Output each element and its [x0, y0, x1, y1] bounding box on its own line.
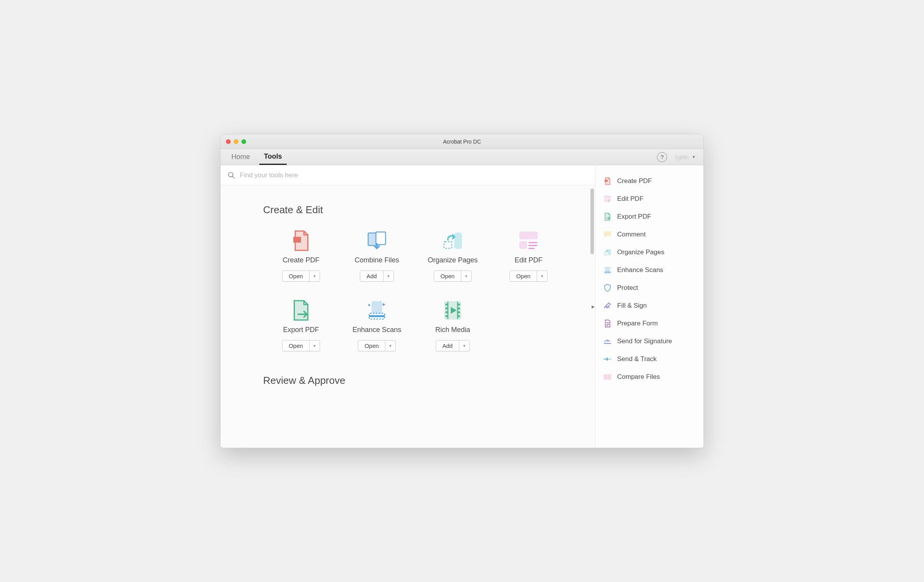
sidebar-item-label: Fill & Sign [617, 302, 647, 310]
window-title: Acrobat Pro DC [221, 139, 703, 145]
svg-rect-9 [520, 242, 527, 249]
tool-edit-pdf-button[interactable]: Open [510, 271, 537, 281]
svg-text:x: x [604, 339, 606, 343]
section-create-edit-title: Create & Edit [263, 204, 595, 216]
tab-tools[interactable]: Tools [259, 149, 287, 165]
svg-rect-26 [605, 180, 607, 182]
compare-icon [603, 373, 612, 381]
svg-rect-32 [608, 250, 611, 255]
sidebar-item-label: Comment [617, 231, 646, 238]
svg-rect-28 [604, 199, 607, 202]
tool-export-pdf-action: Open ▼ [282, 340, 320, 351]
help-button[interactable]: ? [657, 152, 667, 162]
tool-export-pdf-dropdown[interactable]: ▼ [310, 341, 320, 351]
tools-scroll[interactable]: Create & Edit Create PDF Open ▼ Combine … [221, 185, 595, 448]
tool-label: Export PDF [283, 326, 319, 334]
tool-rich-media-dropdown[interactable]: ▼ [459, 341, 469, 351]
tool-label: Edit PDF [515, 256, 542, 264]
tool-combine-files-action: Add ▼ [360, 270, 394, 282]
svg-line-1 [233, 176, 234, 178]
sidebar-item-export-pdf[interactable]: Export PDF [595, 208, 703, 226]
vertical-scrollbar[interactable] [589, 186, 595, 448]
tool-label: Enhance Scans [352, 326, 401, 334]
scrollbar-thumb[interactable] [590, 188, 594, 254]
main-panel: Create & Edit Create PDF Open ▼ Combine … [221, 165, 595, 448]
tool-organize-dropdown[interactable]: ▼ [461, 271, 471, 281]
user-menu-dropdown[interactable]: ▼ [690, 153, 697, 161]
tab-home[interactable]: Home [227, 149, 255, 165]
sidebar-item-label: Prepare Form [617, 320, 658, 327]
tool-export-pdf: Export PDF Open ▼ [263, 299, 339, 351]
prepare-form-icon [603, 319, 612, 328]
svg-rect-5 [376, 232, 386, 245]
svg-rect-33 [604, 253, 607, 255]
tool-enhance-dropdown[interactable]: ▼ [385, 341, 395, 351]
sidebar-item-label: Send & Track [617, 355, 657, 363]
tool-edit-pdf-action: Open ▼ [510, 270, 548, 282]
sidebar-item-label: Organize Pages [617, 248, 664, 256]
tool-create-pdf-action: Open ▼ [282, 270, 320, 282]
create-pdf-icon [603, 177, 612, 185]
tool-combine-files-dropdown[interactable]: ▼ [383, 271, 394, 281]
svg-rect-8 [520, 232, 537, 239]
sidebar-item-label: Enhance Scans [617, 266, 663, 274]
tool-organize-action: Open ▼ [434, 270, 472, 282]
tool-combine-files: Combine Files Add ▼ [339, 229, 415, 282]
svg-rect-6 [455, 233, 462, 248]
signature-icon: x [603, 337, 612, 346]
tool-label: Rich Media [435, 326, 470, 334]
svg-rect-34 [606, 267, 609, 271]
sidebar-item-enhance[interactable]: Enhance Scans [595, 261, 703, 279]
organize-icon [603, 248, 612, 257]
tool-edit-pdf: Edit PDF Open ▼ [491, 229, 566, 282]
svg-rect-37 [606, 324, 609, 325]
tool-organize-button[interactable]: Open [434, 271, 461, 281]
tool-label: Create PDF [282, 256, 319, 264]
export-pdf-icon [289, 299, 313, 320]
sidebar-item-signature[interactable]: x Send for Signature [595, 332, 703, 350]
svg-rect-21 [445, 315, 447, 317]
tool-combine-files-button[interactable]: Add [360, 271, 383, 281]
sidebar-collapse-handle[interactable]: ▶ [591, 298, 595, 315]
sidebar-item-organize[interactable]: Organize Pages [595, 243, 703, 261]
sidebar-item-edit-pdf[interactable]: Edit PDF [595, 190, 703, 208]
edit-pdf-icon [603, 195, 612, 203]
fill-sign-icon [603, 301, 612, 310]
sidebar-item-fill-sign[interactable]: Fill & Sign [595, 297, 703, 315]
enhance-icon [603, 266, 612, 274]
sidebar-item-label: Send for Signature [617, 337, 672, 345]
svg-rect-44 [608, 375, 611, 380]
tool-enhance-action: Open ▼ [358, 340, 396, 351]
section-review-approve-title: Review & Approve [263, 375, 595, 387]
tool-organize: Organize Pages Open ▼ [415, 229, 491, 282]
titlebar: Acrobat Pro DC [221, 134, 703, 149]
search-input[interactable] [240, 171, 588, 179]
search-bar [221, 165, 595, 185]
tool-rich-media-button[interactable]: Add [436, 341, 459, 351]
minimize-window-button[interactable] [234, 139, 238, 144]
tool-label: Organize Pages [428, 256, 477, 264]
content-area: Create & Edit Create PDF Open ▼ Combine … [221, 165, 703, 448]
tool-create-pdf-dropdown[interactable]: ▼ [310, 271, 320, 281]
tool-edit-pdf-dropdown[interactable]: ▼ [537, 271, 547, 281]
zoom-window-button[interactable] [241, 139, 246, 144]
tool-enhance-button[interactable]: Open [358, 341, 385, 351]
svg-point-42 [610, 359, 611, 359]
close-window-button[interactable] [226, 139, 231, 144]
tool-export-pdf-button[interactable]: Open [282, 341, 310, 351]
svg-rect-43 [604, 375, 607, 380]
sidebar-item-compare[interactable]: Compare Files [595, 368, 703, 386]
create-pdf-icon [289, 229, 313, 250]
sidebar-item-send-track[interactable]: Send & Track [595, 350, 703, 368]
svg-rect-2 [293, 237, 301, 243]
sidebar-item-comment[interactable]: Comment [595, 226, 703, 243]
svg-rect-19 [445, 308, 447, 310]
tool-create-pdf-button[interactable]: Open [282, 271, 310, 281]
sidebar-item-prepare-form[interactable]: Prepare Form [595, 315, 703, 332]
sidebar-item-protect[interactable]: Protect [595, 279, 703, 297]
top-toolbar: Home Tools ? Lynn ▼ [221, 149, 703, 165]
svg-rect-24 [458, 312, 460, 313]
user-name-label: Lynn [673, 154, 690, 160]
sidebar-item-create-pdf[interactable]: Create PDF [595, 172, 703, 190]
tool-grid: Create PDF Open ▼ Combine Files Add ▼ Or… [263, 229, 595, 351]
